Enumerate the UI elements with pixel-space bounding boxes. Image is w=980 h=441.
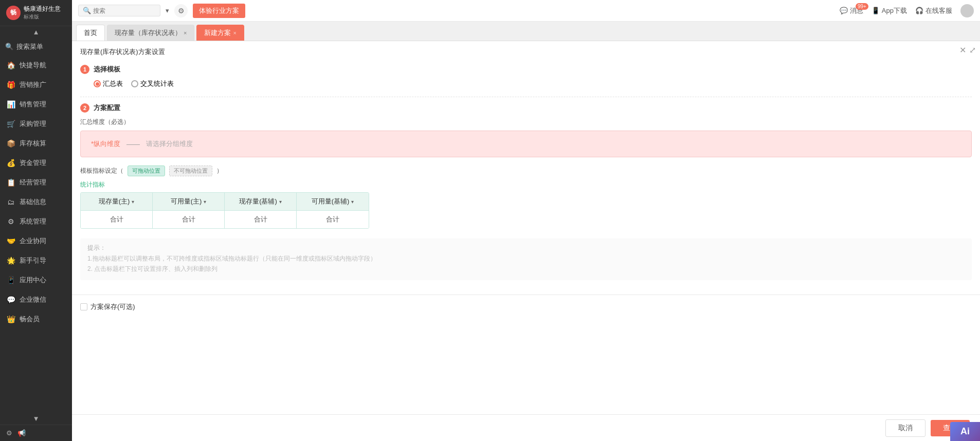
panel-close-button[interactable]: ✕ — [959, 45, 966, 55]
purchase-icon: 🛒 — [6, 119, 15, 128]
sidebar-item-inventory[interactable]: 📦 库存核算 — [0, 134, 72, 153]
tips-item-0: 1.拖动标题栏可以调整布局，不可跨维度或指标区域拖动标题行（只能在同一维度或指标… — [87, 254, 965, 263]
speaker-icon[interactable]: 📢 — [17, 429, 26, 437]
stats-col-0-header[interactable]: 现存量(主) ▾ — [81, 193, 153, 210]
dimension-label: *纵向维度 — [91, 139, 120, 149]
stats-col-2-header[interactable]: 现存量(基辅) ▾ — [225, 193, 297, 210]
app-download-link[interactable]: 📱 App下载 — [872, 6, 907, 15]
sidebar-item-purchase[interactable]: 🛒 采购管理 — [0, 114, 72, 134]
app-center-icon: 📱 — [6, 275, 15, 285]
search-icon: 🔍 — [5, 43, 13, 50]
save-option-row: 方案保存(可选) — [72, 295, 980, 319]
sidebar-scroll-up[interactable]: ▲ — [0, 26, 72, 38]
quick-nav-icon: 🏠 — [6, 61, 15, 70]
stats-col-0-chevron[interactable]: ▾ — [132, 199, 134, 205]
stats-cell-2: 合计 — [225, 210, 297, 228]
online-service-link[interactable]: 🎧 在线客服 — [915, 6, 952, 15]
sidebar-item-label: 企业微信 — [20, 295, 46, 304]
sidebar-search-label: 搜索菜单 — [16, 42, 43, 51]
sidebar-nav: 🏠 快捷导航 🎁 营销推广 📊 销售管理 🛒 采购管理 📦 库存核算 💰 资金管… — [0, 56, 72, 413]
ai-badge[interactable]: Ai — [950, 422, 980, 441]
radio-summary[interactable]: 汇总表 — [94, 79, 123, 88]
sidebar: 畅 畅康通好生意 标准版 ▲ 🔍 搜索菜单 🏠 快捷导航 🎁 营销推广 📊 销售… — [0, 0, 72, 441]
topbar-gear-button[interactable]: ⚙ — [174, 4, 188, 17]
step2-num: 2 — [80, 103, 89, 113]
sidebar-item-label: 畅会员 — [20, 315, 40, 324]
sidebar-item-basic-info[interactable]: 🗂 基础信息 — [0, 192, 72, 212]
sidebar-item-business[interactable]: 📋 经营管理 — [0, 173, 72, 192]
business-icon: 📋 — [6, 178, 15, 187]
movable-badge: 可拖动位置 — [128, 166, 165, 176]
stats-col-1-header[interactable]: 可用量(主) ▾ — [153, 193, 225, 210]
sidebar-item-app-center[interactable]: 📱 应用中心 — [0, 270, 72, 290]
indicator-settings-row: 模板指标设定（ 可拖动位置 不可拖动位置 ） — [80, 166, 972, 176]
panel-controls: ✕ ⤢ — [955, 41, 980, 59]
radio-cross-circle — [131, 80, 138, 87]
wechat-icon: 💬 — [6, 295, 15, 304]
dimension-section-label: 汇总维度（必选） — [80, 118, 972, 126]
sidebar-item-member[interactable]: 👑 畅会员 — [0, 309, 72, 329]
stats-cell-3: 合计 — [297, 210, 369, 228]
sidebar-item-newbie[interactable]: 🌟 新手引导 — [0, 251, 72, 270]
user-avatar[interactable] — [960, 4, 974, 17]
marketing-icon: 🎁 — [6, 80, 15, 89]
step2-header: 2 方案配置 — [80, 103, 972, 113]
tab-home[interactable]: 首页 — [76, 25, 105, 41]
save-label: 方案保存(可选) — [90, 302, 135, 311]
step1-header: 1 选择模板 — [80, 65, 972, 74]
sidebar-item-finance[interactable]: 💰 资金管理 — [0, 153, 72, 173]
sidebar-item-quick-nav[interactable]: 🏠 快捷导航 — [0, 56, 72, 75]
tab-inventory-close-icon[interactable]: × — [184, 30, 187, 36]
indicator-settings-suffix: ） — [216, 167, 223, 175]
tab-inventory-status[interactable]: 现存量（库存状况表） × — [107, 25, 194, 41]
stats-col-1-chevron[interactable]: ▾ — [204, 199, 206, 205]
stats-col-3-header[interactable]: 可用量(基辅) ▾ — [297, 193, 369, 210]
stats-col-3-chevron[interactable]: ▾ — [351, 199, 354, 205]
message-badge[interactable]: 💬 消息 99+ — [840, 6, 863, 15]
sidebar-item-wechat[interactable]: 💬 企业微信 — [0, 290, 72, 309]
template-radio-group: 汇总表 交叉统计表 — [94, 79, 972, 88]
sidebar-item-system[interactable]: ⚙ 系统管理 — [0, 212, 72, 231]
message-count: 99+ — [856, 3, 868, 10]
tab-inventory-label: 现存量（库存状况表） — [115, 28, 182, 38]
stats-col-2-chevron[interactable]: ▾ — [279, 199, 282, 205]
topbar-dropdown[interactable]: ▾ — [166, 7, 169, 14]
industry-plan-button[interactable]: 体验行业方案 — [193, 4, 245, 18]
step1-num: 1 — [80, 65, 89, 74]
topbar-search-input[interactable] — [93, 7, 156, 14]
dimension-placeholder: 请选择分组维度 — [146, 139, 193, 149]
stats-cell-0: 合计 — [81, 210, 153, 228]
sidebar-item-sales[interactable]: 📊 销售管理 — [0, 95, 72, 114]
tab-new-plan-close-icon[interactable]: × — [233, 30, 236, 36]
sidebar-search-item[interactable]: 🔍 搜索菜单 — [0, 38, 72, 56]
sidebar-item-cooperation[interactable]: 🤝 企业协同 — [0, 231, 72, 251]
topbar-right: 💬 消息 99+ 📱 App下载 🎧 在线客服 — [840, 4, 974, 17]
step2-section: 2 方案配置 汇总维度（必选） *纵向维度 —— 请选择分组维度 模板指标设定（… — [80, 103, 972, 280]
logo-text-block: 畅康通好生意 标准版 — [24, 5, 61, 21]
dimension-dash: —— — [126, 140, 140, 148]
topbar-search-box[interactable]: 🔍 — [78, 5, 160, 16]
dimension-box[interactable]: *纵向维度 —— 请选择分组维度 — [80, 131, 972, 157]
stats-data-row: 合计 合计 合计 合计 — [81, 210, 369, 228]
tab-home-label: 首页 — [84, 28, 97, 38]
dimension-config: 汇总维度（必选） *纵向维度 —— 请选择分组维度 — [80, 118, 972, 157]
service-icon: 🎧 — [915, 7, 923, 14]
step1-title: 选择模板 — [94, 65, 120, 74]
sidebar-scroll-down[interactable]: ▼ — [0, 413, 72, 425]
tabs-bar: 首页 现存量（库存状况表） × 新建方案 × — [72, 22, 980, 41]
radio-cross[interactable]: 交叉统计表 — [131, 79, 174, 88]
cancel-button[interactable]: 取消 — [885, 419, 925, 437]
app-download-icon: 📱 — [872, 7, 880, 14]
system-icon: ⚙ — [6, 217, 15, 226]
gear-icon: ⚙ — [178, 7, 185, 15]
panel-expand-button[interactable]: ⤢ — [969, 45, 976, 55]
step1-section: 1 选择模板 汇总表 交叉统计表 — [80, 65, 972, 88]
settings-icon[interactable]: ⚙ — [6, 429, 12, 437]
topbar: 🔍 ▾ ⚙ 体验行业方案 💬 消息 99+ 📱 App下载 🎧 在线客服 — [72, 0, 980, 22]
sidebar-item-marketing[interactable]: 🎁 营销推广 — [0, 75, 72, 95]
basic-info-icon: 🗂 — [6, 197, 15, 207]
tab-new-plan[interactable]: 新建方案 × — [196, 25, 244, 41]
stats-col-2-header-label: 现存量(基辅) — [239, 197, 277, 206]
content-area: ✕ ⤢ 现存量(库存状况表)方案设置 1 选择模板 汇总表 交叉 — [72, 41, 980, 414]
save-checkbox[interactable] — [80, 303, 87, 310]
